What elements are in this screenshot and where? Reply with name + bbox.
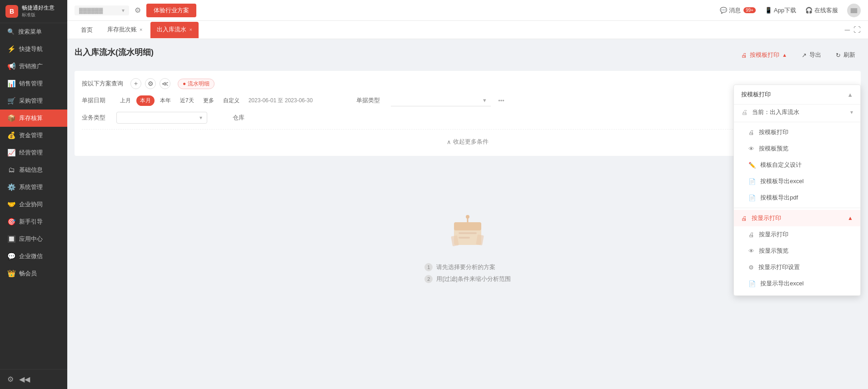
export-btn[interactable]: ↗ 导出 bbox=[796, 48, 827, 62]
refresh-btn[interactable]: ↻ 刷新 bbox=[830, 48, 861, 62]
date-this-month[interactable]: 本月 bbox=[136, 95, 155, 106]
gear-icon[interactable]: ⚙ bbox=[135, 6, 141, 15]
sidebar-item-sales[interactable]: 📊 销售管理 bbox=[0, 75, 67, 92]
industry-btn[interactable]: 体验行业方案 bbox=[146, 4, 196, 17]
date-custom[interactable]: 自定义 bbox=[219, 95, 243, 106]
dropdown-current-item[interactable]: 🖨 当前：出入库流水 ▾ bbox=[734, 105, 860, 120]
settings-icon[interactable]: ⚙ bbox=[7, 375, 14, 384]
add-filter-btn[interactable]: ＋ bbox=[130, 78, 141, 89]
sidebar-item-label: 基础信息 bbox=[19, 166, 43, 174]
display-print-label: 按显示打印 bbox=[759, 230, 788, 239]
filter-actions: ＋ ⚙ ≪ bbox=[130, 78, 170, 89]
dropdown-display-pdf[interactable]: 📄 按显示导出pdf bbox=[734, 292, 860, 295]
svg-point-3 bbox=[466, 215, 469, 219]
message-label: 消息 bbox=[729, 6, 741, 15]
marketing-icon: 📢 bbox=[7, 62, 15, 70]
sidebar-item-wechat[interactable]: 💬 企业微信 bbox=[0, 248, 67, 265]
sidebar-item-label: 应用中心 bbox=[19, 235, 43, 243]
tab-batch-close-icon[interactable]: × bbox=[140, 27, 142, 32]
online-service-action[interactable]: 🎧 在线客服 bbox=[805, 6, 838, 15]
tabbar: 首页 库存批次账 × 出入库流水 × ─ ⛶ bbox=[67, 21, 868, 39]
sidebar-item-label: 新手引导 bbox=[19, 218, 43, 226]
logo-icon: B bbox=[5, 5, 18, 18]
empty-steps: 1 请先选择要分析的方案 2 用[过滤]条件来缩小分析范围 bbox=[424, 263, 510, 287]
sidebar-item-enterprise[interactable]: 🤝 企业协同 bbox=[0, 196, 67, 213]
collapse-conditions-btn[interactable]: ∧ 收起更多条件 bbox=[439, 135, 496, 149]
warehouse-label: 仓库 bbox=[233, 114, 260, 122]
filter-title: 按以下方案查询 bbox=[82, 80, 123, 88]
topbar-actions: 💬 消息 99+ 📱 App下载 🎧 在线客服 ▓▓ bbox=[720, 4, 861, 17]
user-avatar[interactable]: ▓▓ bbox=[847, 4, 861, 17]
svg-rect-4 bbox=[459, 232, 477, 234]
tab-batch-account[interactable]: 库存批次账 × bbox=[101, 22, 149, 38]
business-type-select[interactable]: ▾ bbox=[116, 112, 207, 124]
date-more[interactable]: 更多 bbox=[200, 95, 218, 106]
sidebar-nav: ⚡ 快捷导航 📢 营销推广 📊 销售管理 🛒 采购管理 📦 库存核算 💰 资金管… bbox=[0, 40, 67, 369]
doc-type-more-icon[interactable]: ••• bbox=[498, 97, 504, 104]
app-download-action[interactable]: 📱 App下载 bbox=[765, 6, 796, 15]
system-icon: ⚙️ bbox=[7, 183, 15, 191]
template-print-btn[interactable]: 🖨 按模板打印 ▲ bbox=[736, 48, 793, 62]
finance-icon: 💰 bbox=[7, 131, 15, 140]
refresh-label: 刷新 bbox=[843, 51, 855, 59]
wechat-icon: 💬 bbox=[7, 252, 15, 260]
sidebar-item-operations[interactable]: 📈 经营管理 bbox=[0, 144, 67, 161]
sidebar-item-quick-nav[interactable]: ⚡ 快捷导航 bbox=[0, 40, 67, 58]
step-1-text: 请先选择要分析的方案 bbox=[436, 263, 495, 271]
date-range-value: 2023-06-01 至 2023-06-30 bbox=[249, 97, 313, 105]
date-this-year[interactable]: 本年 bbox=[156, 95, 175, 106]
dropdown-display-preview[interactable]: 👁 按显示预览 bbox=[734, 243, 860, 259]
doc-type-arrow-icon: ▾ bbox=[483, 97, 486, 104]
dropdown-display-excel[interactable]: 📄 按显示导出excel bbox=[734, 275, 860, 292]
inventory-icon: 📦 bbox=[7, 114, 15, 122]
settings-filter-btn[interactable]: ⚙ bbox=[145, 78, 156, 89]
sidebar-item-purchase[interactable]: 🛒 采购管理 bbox=[0, 92, 67, 110]
sidebar-item-label: 营销推广 bbox=[19, 62, 43, 70]
dropdown-display-group-header[interactable]: 🖨 按显示打印 ▲ bbox=[734, 210, 860, 226]
sidebar-search-label: 搜索菜单 bbox=[18, 28, 42, 36]
dropdown-close-icon[interactable]: ▲ bbox=[847, 91, 853, 98]
doc-type-select[interactable]: ▾ bbox=[391, 95, 491, 106]
display-print-icon: 🖨 bbox=[748, 231, 754, 238]
tab-home[interactable]: 首页 bbox=[75, 22, 99, 38]
doc-type-label: 单据类型 bbox=[356, 96, 384, 105]
sidebar-item-guide[interactable]: 🎯 新手引导 bbox=[0, 213, 67, 230]
filter-chip-flow[interactable]: ● 流水明细 bbox=[178, 79, 215, 89]
date-filter: 上月 本月 本年 近7天 更多 自定义 2023-06-01 至 2023-06… bbox=[116, 95, 313, 106]
date-last-month[interactable]: 上月 bbox=[116, 95, 135, 106]
collapse-sidebar-icon[interactable]: ◀◀ bbox=[19, 375, 30, 384]
tab-maximize-icon[interactable]: ⛶ bbox=[853, 26, 861, 34]
dropdown-display-settings[interactable]: ⚙ 按显示打印设置 bbox=[734, 259, 860, 275]
step-1-number: 1 bbox=[424, 263, 433, 271]
message-icon: 💬 bbox=[720, 7, 727, 14]
sidebar-search[interactable]: 🔍 搜索菜单 bbox=[0, 23, 67, 40]
empty-step-1: 1 请先选择要分析的方案 bbox=[424, 263, 510, 271]
app-name: 畅捷通好生意 bbox=[22, 5, 55, 12]
sidebar-item-finance[interactable]: 💰 资金管理 bbox=[0, 127, 67, 144]
dropdown-template-print[interactable]: 🖨 按模板打印 bbox=[734, 124, 860, 140]
dropdown-template-custom[interactable]: ✏️ 模板自定义设计 bbox=[734, 157, 860, 173]
dropdown-display-print[interactable]: 🖨 按显示打印 bbox=[734, 226, 860, 243]
collapse-filter-btn[interactable]: ≪ bbox=[160, 78, 170, 89]
dropdown-template-preview[interactable]: 👁 按模板预览 bbox=[734, 140, 860, 157]
empty-step-2: 2 用[过滤]条件来缩小分析范围 bbox=[424, 275, 510, 283]
sidebar-item-basic-info[interactable]: 🗂 基础信息 bbox=[0, 161, 67, 179]
template-pdf-icon: 📄 bbox=[748, 194, 756, 201]
sidebar-item-label: 采购管理 bbox=[19, 97, 43, 105]
topbar: ▓▓▓▓▓▓ ▾ ⚙ 体验行业方案 💬 消息 99+ 📱 App下载 🎧 在线客… bbox=[67, 0, 868, 21]
user-selector[interactable]: ▓▓▓▓▓▓ ▾ bbox=[75, 5, 129, 15]
sidebar-item-app-center[interactable]: 🔲 应用中心 bbox=[0, 230, 67, 248]
sidebar-item-marketing[interactable]: 📢 营销推广 bbox=[0, 58, 67, 75]
sidebar-item-system[interactable]: ⚙️ 系统管理 bbox=[0, 179, 67, 196]
tab-minimize-icon[interactable]: ─ bbox=[845, 26, 850, 34]
dropdown-template-excel[interactable]: 📄 按模板导出excel bbox=[734, 173, 860, 190]
current-item-arrow: ▾ bbox=[850, 109, 853, 115]
message-badge: 99+ bbox=[743, 7, 756, 13]
tab-flow[interactable]: 出入库流水 × bbox=[150, 22, 198, 38]
date-last-7-days[interactable]: 近7天 bbox=[176, 95, 198, 106]
message-action[interactable]: 💬 消息 99+ bbox=[720, 6, 756, 15]
tab-flow-close-icon[interactable]: × bbox=[189, 27, 192, 32]
sidebar-item-member[interactable]: 👑 畅会员 bbox=[0, 265, 67, 282]
sidebar-item-inventory[interactable]: 📦 库存核算 bbox=[0, 110, 67, 127]
dropdown-template-pdf[interactable]: 📄 按模板导出pdf bbox=[734, 190, 860, 206]
